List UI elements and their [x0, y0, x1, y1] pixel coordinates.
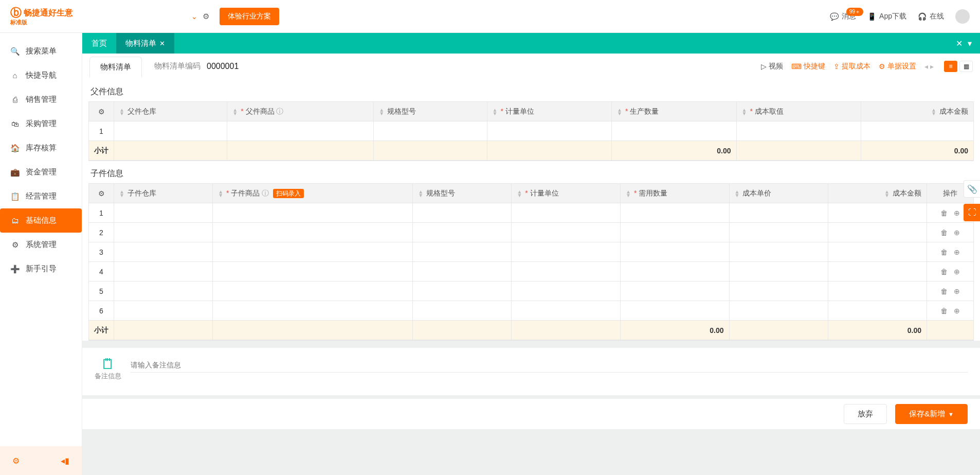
messages-button[interactable]: 💬 消息 99＋	[830, 12, 856, 21]
next-record-icon[interactable]: ▸	[930, 62, 934, 71]
child-col-unitcost[interactable]: ▲▼成本单价	[730, 184, 828, 203]
close-all-tabs-icon[interactable]: ✕	[956, 39, 963, 48]
cell-unitcost[interactable]	[730, 282, 828, 301]
tab-home[interactable]: 首页	[82, 33, 116, 54]
fullscreen-icon[interactable]: ⛶	[964, 204, 980, 221]
cell-spec[interactable]	[413, 223, 512, 242]
child-col-costamount[interactable]: ▲▼成本金额	[828, 184, 927, 203]
sidebar-item-search[interactable]: 🔍搜索菜单	[0, 39, 82, 63]
view-card-icon[interactable]: ▦	[959, 61, 973, 72]
video-link[interactable]: ▷视频	[761, 62, 783, 71]
cell-unitcost[interactable]	[730, 242, 828, 262]
child-col-spec[interactable]: ▲▼规格型号	[413, 184, 512, 203]
add-row-icon[interactable]: ⊕	[954, 268, 960, 276]
cell-uom[interactable]	[487, 121, 612, 141]
settings-icon[interactable]: ⚙	[12, 456, 20, 466]
doc-settings-link[interactable]: ⚙单据设置	[879, 62, 916, 71]
cell-costamount[interactable]	[828, 262, 927, 282]
abandon-button[interactable]: 放弃	[844, 404, 887, 424]
parent-col-product[interactable]: ▲▼* 父件商品 ⓘ	[227, 102, 374, 121]
child-col-uom[interactable]: ▲▼* 计量单位	[512, 184, 621, 203]
table-row[interactable]: 3🗑⊕	[89, 242, 973, 262]
table-row[interactable]: 5🗑⊕	[89, 282, 973, 301]
parent-col-costbasis[interactable]: ▲▼* 成本取值	[737, 102, 861, 121]
delete-row-icon[interactable]: 🗑	[940, 268, 948, 276]
cell-spec[interactable]	[413, 301, 512, 321]
cell-unitcost[interactable]	[730, 262, 828, 282]
cell-costamount[interactable]	[828, 223, 927, 242]
user-avatar[interactable]	[955, 9, 970, 24]
prev-record-icon[interactable]: ◂	[924, 62, 928, 71]
cell-product[interactable]	[213, 203, 413, 223]
cell-spec[interactable]	[413, 262, 512, 282]
cell-needqty[interactable]	[621, 301, 730, 321]
parent-col-warehouse[interactable]: ▲▼父件仓库	[114, 102, 227, 121]
cell-qty[interactable]	[612, 121, 736, 141]
delete-row-icon[interactable]: 🗑	[940, 228, 948, 237]
cell-uom[interactable]	[512, 223, 621, 242]
experience-industry-button[interactable]: 体验行业方案	[220, 8, 279, 25]
parent-col-qty[interactable]: ▲▼* 生产数量	[612, 102, 736, 121]
cell-product[interactable]	[213, 242, 413, 262]
gear-icon[interactable]: ⚙	[203, 12, 209, 21]
cell-costamount[interactable]	[828, 203, 927, 223]
cell-product[interactable]	[213, 262, 413, 282]
cell-product[interactable]	[227, 121, 374, 141]
cell-costbasis[interactable]	[737, 121, 861, 141]
add-row-icon[interactable]: ⊕	[954, 248, 960, 256]
close-icon[interactable]: ✕	[159, 40, 165, 47]
cell-product[interactable]	[213, 223, 413, 242]
cell-needqty[interactable]	[621, 262, 730, 282]
collapse-sidebar-icon[interactable]: ◂▮	[61, 456, 69, 466]
table-row[interactable]: 4🗑⊕	[89, 262, 973, 282]
sidebar-item-guide[interactable]: ➕新手引导	[0, 257, 82, 281]
cell-unitcost[interactable]	[730, 203, 828, 223]
cell-unitcost[interactable]	[730, 223, 828, 242]
add-row-icon[interactable]: ⊕	[954, 307, 960, 315]
sidebar-item-operation[interactable]: 📋经营管理	[0, 184, 82, 208]
cell-uom[interactable]	[512, 203, 621, 223]
shortcut-link[interactable]: ⌨快捷键	[791, 62, 825, 71]
table-row[interactable]: 2🗑⊕	[89, 223, 973, 242]
parent-col-costamount[interactable]: ▲▼成本金额	[861, 102, 973, 121]
parent-col-uom[interactable]: ▲▼* 计量单位	[487, 102, 612, 121]
cell-costamount[interactable]	[828, 301, 927, 321]
sidebar-item-basicinfo[interactable]: 🗂基础信息	[0, 208, 82, 233]
attachment-icon[interactable]: 📎	[964, 180, 980, 198]
child-col-needqty[interactable]: ▲▼* 需用数量	[621, 184, 730, 203]
cell-unitcost[interactable]	[730, 301, 828, 321]
parent-col-gear[interactable]: ⚙	[89, 102, 114, 121]
cell-spec[interactable]	[374, 121, 487, 141]
sidebar-item-inventory[interactable]: 🏠库存核算	[0, 136, 82, 160]
delete-row-icon[interactable]: 🗑	[940, 209, 948, 217]
delete-row-icon[interactable]: 🗑	[940, 248, 948, 256]
cell-warehouse[interactable]	[114, 121, 227, 141]
help-icon[interactable]: ⓘ	[262, 189, 269, 197]
sidebar-item-purchase[interactable]: 🛍采购管理	[0, 112, 82, 136]
page-tab-bom[interactable]: 物料清单	[89, 57, 142, 77]
extract-cost-link[interactable]: ⇪提取成本	[833, 62, 870, 71]
add-row-icon[interactable]: ⊕	[954, 228, 960, 237]
table-row[interactable]: 1🗑⊕	[89, 203, 973, 223]
sidebar-item-system[interactable]: ⚙系统管理	[0, 233, 82, 257]
app-download-button[interactable]: 📱 App下载	[867, 12, 906, 21]
cell-uom[interactable]	[512, 301, 621, 321]
cell-needqty[interactable]	[621, 223, 730, 242]
cell-product[interactable]	[213, 282, 413, 301]
view-list-icon[interactable]: ≡	[944, 61, 957, 72]
remark-input[interactable]	[131, 357, 968, 373]
cell-warehouse[interactable]	[114, 262, 213, 282]
cell-warehouse[interactable]	[114, 282, 213, 301]
cell-spec[interactable]	[413, 242, 512, 262]
cell-needqty[interactable]	[621, 282, 730, 301]
parent-col-spec[interactable]: ▲▼规格型号	[374, 102, 487, 121]
cell-warehouse[interactable]	[114, 242, 213, 262]
cell-costamount[interactable]	[828, 242, 927, 262]
cell-warehouse[interactable]	[114, 223, 213, 242]
cell-needqty[interactable]	[621, 203, 730, 223]
cell-uom[interactable]	[512, 242, 621, 262]
cell-uom[interactable]	[512, 262, 621, 282]
add-row-icon[interactable]: ⊕	[954, 209, 960, 217]
company-selector[interactable]: ⌄ ⚙	[94, 12, 209, 21]
help-icon[interactable]: ⓘ	[276, 107, 283, 115]
